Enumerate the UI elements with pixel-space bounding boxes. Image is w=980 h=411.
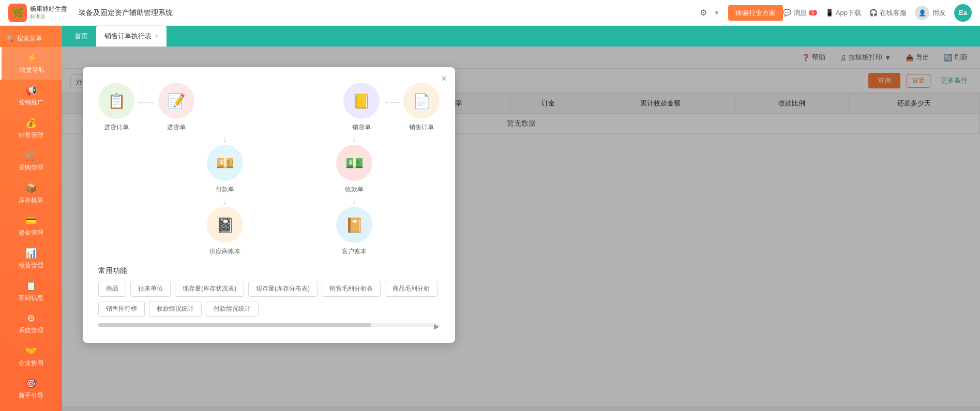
wf-customer: 📔 客户账本 (336, 207, 372, 256)
purchase-circle[interactable]: 📝 (158, 83, 194, 119)
supplier-circle[interactable]: 📓 (207, 207, 243, 243)
down-arrow-payment: ↓ (98, 196, 269, 207)
func-btn-sales-rank[interactable]: 销售排行榜 (98, 301, 145, 317)
scroll-right-arrow[interactable]: ▶ (434, 322, 440, 330)
sidebar-item-sales[interactable]: 💰 销售管理 (0, 112, 62, 145)
sidebar-item-system[interactable]: ⚙ 系统管理 (0, 308, 62, 340)
sidebar-item-business[interactable]: 📊 经营管理 (0, 242, 62, 275)
func-btn-product[interactable]: 商品 (98, 281, 126, 297)
logo-area: 🌿 畅康通好生意 标准版 (8, 4, 70, 22)
purchase-label: 进货单 (167, 123, 186, 132)
sidebar-item-newbie[interactable]: 🎯 新手引导 (0, 373, 62, 405)
logo-icon: 🌿 (8, 4, 27, 22)
top-header: 🌿 畅康通好生意 标准版 装备及固定资产辅助管理系统 ⚙ ▼ 体验行业方案 💬 … (0, 0, 980, 26)
purchase-order-circle[interactable]: 📋 (98, 83, 134, 119)
logo-text-block: 畅康通好生意 标准版 (30, 5, 67, 21)
sidebar-item-marketing[interactable]: 📢 营销推广 (0, 80, 62, 112)
func-btn-partner[interactable]: 往来单位 (130, 281, 171, 297)
wf-purchase: 📝 进货单 (158, 83, 194, 132)
sidebar-item-basic-info[interactable]: 📋 基础信息 (0, 275, 62, 308)
workflow-top-left: 📋 进货订单 - - - - → 📝 (98, 83, 194, 132)
dialog-scrollbar[interactable]: ▶ (98, 323, 440, 327)
payment-circle[interactable]: 💴 (207, 145, 243, 181)
logo-name: 畅康通好生意 (30, 5, 67, 13)
workflow-arrows-row2: ↓ ↓ (98, 196, 440, 207)
customer-icon: 📔 (345, 217, 364, 234)
sidebar-item-finance[interactable]: 💳 资金管理 (0, 210, 62, 242)
sidebar-item-inventory[interactable]: 📦 库存核算 (0, 177, 62, 210)
sidebar-item-label-7: 基础信息 (19, 294, 43, 302)
sidebar-item-enterprise[interactable]: 🤝 企业协同 (0, 340, 62, 373)
sidebar: 🔍 搜索菜单 ⚡ 快捷导航 📢 营销推广 💰 销售管理 🛒 采购管理 📦 库存核… (0, 26, 62, 411)
sidebar-item-label-1: 营销推广 (19, 98, 43, 107)
dashed-left-icon: ← - - - - (384, 98, 399, 106)
func-btn-stock-status[interactable]: 现存量(库存状况表) (175, 281, 244, 297)
sidebar-item-purchase[interactable]: 🛒 采购管理 (0, 145, 62, 177)
supplier-label: 供应商账本 (209, 247, 240, 256)
func-btn-product-profit[interactable]: 商品毛利分析 (385, 281, 438, 297)
tab-close-icon[interactable]: × (155, 33, 158, 40)
sales-icon: 💰 (25, 117, 37, 129)
sales-order-circle[interactable]: 📄 (403, 83, 440, 119)
func-buttons-row1: 商品 往来单位 现存量(库存状况表) 现存量(库存分布表) 销售毛利分析表 商品… (98, 281, 440, 297)
arrow-left-1: ← - - - - (380, 98, 403, 106)
purchase-icon: 🛒 (25, 150, 37, 161)
experience-btn[interactable]: 体验行业方案 (728, 5, 783, 21)
avatar: 👤 (915, 6, 929, 20)
app-download-btn[interactable]: 📱 App下载 (825, 8, 861, 18)
enterprise-icon: 🤝 (25, 345, 37, 357)
common-title: 常用功能 (98, 266, 440, 276)
main-layout: 🔍 搜索菜单 ⚡ 快捷导航 📢 营销推广 💰 销售管理 🛒 采购管理 📦 库存核… (0, 26, 980, 411)
settings-icon[interactable]: ⚙ (697, 7, 710, 19)
dropdown-arrow[interactable]: ▼ (714, 9, 720, 17)
func-btn-payment-stats[interactable]: 付款情况统计 (206, 301, 259, 317)
arrow-right-1: - - - - → (134, 98, 158, 106)
quick-nav-icon: ⚡ (26, 52, 38, 64)
receipt-icon: 💵 (345, 155, 364, 172)
quick-guide-dialog: × 📋 进货订单 (83, 67, 455, 343)
down-arrow-receipt: ↓ (269, 196, 440, 207)
sidebar-item-label-3: 采购管理 (19, 163, 43, 172)
system-title: 装备及固定资产辅助管理系统 (79, 8, 697, 18)
message-btn[interactable]: 💬 消息 6 (783, 8, 817, 18)
sales-order-icon: 📄 (413, 93, 431, 110)
wf-payment-col: 💴 付款单 (98, 145, 269, 194)
header-right: 💬 消息 6 📱 App下载 🎧 在线客服 👤 用友 Ea (783, 4, 972, 22)
tab-home[interactable]: 首页 (66, 26, 96, 47)
newbie-icon: 🎯 (25, 378, 37, 389)
func-btn-receipt-stats[interactable]: 收款情况统计 (149, 301, 202, 317)
workflow-top-right: 📒 销货单 ← - - - - 📄 (343, 83, 440, 132)
sales-circle[interactable]: 📒 (343, 83, 380, 119)
wf-receipt: 💵 收款单 (336, 145, 372, 194)
workflow-middle-row: 💴 付款单 💵 收款单 (98, 145, 440, 194)
wf-purchase-order: 📋 进货订单 (98, 83, 134, 132)
payment-label: 付款单 (216, 185, 234, 194)
down-arrow-receipt-icon: ↓ (352, 196, 357, 207)
customer-circle[interactable]: 📔 (336, 207, 372, 243)
sidebar-item-label-0: 快捷导航 (20, 66, 44, 74)
wf-receipt-col: 💵 收款单 (269, 145, 440, 194)
wf-supplier: 📓 供应商账本 (207, 207, 243, 256)
workflow-arrows-row: ↓ ↓ (98, 134, 440, 145)
service-icon: 🎧 (869, 9, 878, 17)
online-service-btn[interactable]: 🎧 在线客服 (869, 8, 907, 18)
tab-sales-order[interactable]: 销售订单执行表 × (96, 26, 167, 47)
user-initial-badge[interactable]: Ea (954, 4, 972, 22)
sidebar-search[interactable]: 🔍 搜索菜单 (0, 30, 62, 47)
wf-sales: 📒 销货单 (343, 83, 380, 132)
dialog-close-btn[interactable]: × (441, 73, 447, 84)
scrollbar-thumb (98, 323, 371, 327)
main-content: ❓ 帮助 🖨 按模板打印 ▼ 📤 导出 🔄 刷新 (62, 47, 980, 411)
message-badge: 6 (809, 10, 817, 16)
purchase-order-icon: 📋 (108, 93, 126, 110)
func-btn-stock-dist[interactable]: 现存量(库存分布表) (248, 281, 318, 297)
func-btn-sales-profit[interactable]: 销售毛利分析表 (322, 281, 381, 297)
receipt-label: 收款单 (345, 185, 364, 194)
sales-icon: 📒 (352, 93, 370, 110)
user-area[interactable]: 👤 用友 (915, 6, 946, 20)
sidebar-item-label-2: 销售管理 (19, 131, 43, 140)
sidebar-item-label-10: 新手引导 (19, 391, 43, 400)
tab-bar: 首页 销售订单执行表 × (62, 26, 980, 47)
sidebar-item-quick-nav[interactable]: ⚡ 快捷导航 (0, 47, 62, 80)
receipt-circle[interactable]: 💵 (336, 145, 372, 181)
